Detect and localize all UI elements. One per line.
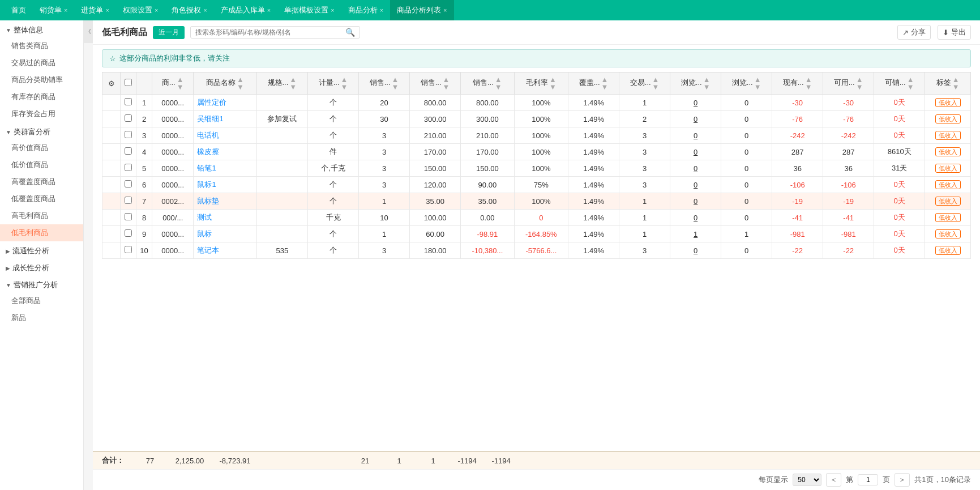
- row-checkbox-1[interactable]: [125, 114, 132, 122]
- th-unit[interactable]: 计量...▲▼: [308, 73, 359, 95]
- th-views1[interactable]: 浏览...▲▼: [670, 73, 721, 95]
- cell-checkbox[interactable]: [121, 242, 136, 259]
- sidebar-group-cluster[interactable]: ▼ 类群富分析: [0, 122, 83, 139]
- cell-views1[interactable]: 0: [670, 111, 721, 127]
- nav-product-analysis-list[interactable]: 商品分析列表 ×: [390, 0, 453, 20]
- th-checkbox[interactable]: [121, 73, 136, 95]
- per-page-select[interactable]: 50 100 200: [793, 474, 821, 486]
- nav-warehouse[interactable]: 产成品入库单 ×: [214, 0, 277, 20]
- cell-name[interactable]: 属性定价: [194, 95, 256, 111]
- sidebar-item-traded-products[interactable]: 交易过的商品: [0, 54, 83, 71]
- sidebar-group-marketing[interactable]: ▼ 营销推广分析: [0, 275, 83, 292]
- cell-checkbox[interactable]: [121, 177, 136, 193]
- cell-views1[interactable]: 0: [670, 177, 721, 193]
- row-checkbox-7[interactable]: [125, 213, 132, 220]
- nav-roles[interactable]: 角色授权 ×: [165, 0, 213, 20]
- cell-checkbox[interactable]: [121, 127, 136, 144]
- cell-checkbox[interactable]: [121, 226, 136, 242]
- cell-views1[interactable]: 0: [670, 144, 721, 160]
- sidebar-item-category-rate[interactable]: 商品分类助销率: [0, 71, 83, 88]
- row-checkbox-2[interactable]: [125, 131, 132, 138]
- sidebar-item-high-margin[interactable]: 高毛利商品: [0, 207, 83, 224]
- cell-views1[interactable]: 0: [670, 127, 721, 144]
- nav-sales[interactable]: 销货单 ×: [33, 0, 74, 20]
- cell-checkbox[interactable]: [121, 193, 136, 210]
- sidebar-item-new-products[interactable]: 新品: [0, 309, 83, 326]
- th-spec[interactable]: 规格...▲▼: [256, 73, 307, 95]
- sidebar-collapse-button[interactable]: 《: [84, 20, 93, 43]
- select-all-checkbox[interactable]: [125, 79, 132, 86]
- cell-checkbox[interactable]: [121, 111, 136, 127]
- nav-roles-close[interactable]: ×: [203, 7, 207, 14]
- th-settings[interactable]: ⚙: [102, 73, 121, 95]
- sidebar-item-all-products[interactable]: 全部商品: [0, 292, 83, 309]
- cell-name[interactable]: 测试: [194, 210, 256, 226]
- th-views2[interactable]: 浏览...▲▼: [721, 73, 772, 95]
- th-sales-qty[interactable]: 销售...▲▼: [359, 73, 410, 95]
- nav-template-close[interactable]: ×: [331, 7, 334, 14]
- th-current-stock[interactable]: 现有...▲▼: [772, 73, 823, 95]
- nav-purchase[interactable]: 进货单 ×: [74, 0, 115, 20]
- cell-name[interactable]: 鼠标: [194, 226, 256, 242]
- cell-views1[interactable]: 0: [670, 193, 721, 210]
- cell-checkbox[interactable]: [121, 160, 136, 177]
- nav-warehouse-close[interactable]: ×: [267, 7, 271, 14]
- row-checkbox-3[interactable]: [125, 147, 132, 155]
- row-checkbox-0[interactable]: [125, 98, 132, 105]
- row-checkbox-4[interactable]: [125, 164, 132, 171]
- row-checkbox-5[interactable]: [125, 180, 132, 188]
- cell-checkbox[interactable]: [121, 95, 136, 111]
- sidebar-group-overview[interactable]: ▼ 整体信息: [0, 20, 83, 37]
- page-number-input[interactable]: [858, 474, 878, 485]
- cell-views1[interactable]: 1: [670, 226, 721, 242]
- row-checkbox-8[interactable]: [125, 229, 132, 237]
- row-checkbox-6[interactable]: [125, 197, 132, 204]
- sidebar-item-high-value[interactable]: 高价值商品: [0, 139, 83, 156]
- cell-name[interactable]: 鼠标垫: [194, 193, 256, 210]
- nav-product-analysis-list-close[interactable]: ×: [443, 7, 447, 14]
- sidebar-group-growth[interactable]: ▶ 成长性分析: [0, 258, 83, 275]
- share-button[interactable]: ↗ 分享: [897, 25, 931, 40]
- nav-permissions-close[interactable]: ×: [155, 7, 158, 14]
- cell-views1[interactable]: 0: [670, 210, 721, 226]
- time-filter-button[interactable]: 近一月: [153, 26, 185, 39]
- th-code[interactable]: 商...▲▼: [152, 73, 194, 95]
- th-gross-margin[interactable]: 毛利率▲▼: [514, 73, 568, 95]
- th-transactions[interactable]: 交易...▲▼: [619, 73, 670, 95]
- cell-name[interactable]: 吴细细1: [194, 111, 256, 127]
- sidebar-item-high-coverage[interactable]: 高覆盖度商品: [0, 173, 83, 190]
- cell-checkbox[interactable]: [121, 210, 136, 226]
- cell-name[interactable]: 电话机: [194, 127, 256, 144]
- sidebar-item-stocked-products[interactable]: 有库存的商品: [0, 88, 83, 105]
- sidebar-group-flow[interactable]: ▶ 流通性分析: [0, 241, 83, 258]
- cell-checkbox[interactable]: [121, 144, 136, 160]
- cell-views1[interactable]: 0: [670, 95, 721, 111]
- sidebar-item-low-coverage[interactable]: 低覆盖度商品: [0, 190, 83, 207]
- cell-name[interactable]: 鼠标1: [194, 177, 256, 193]
- cell-name[interactable]: 笔记本: [194, 242, 256, 259]
- nav-product-analysis[interactable]: 商品分析 ×: [341, 0, 390, 20]
- th-sales-amount[interactable]: 销售...▲▼: [410, 73, 461, 95]
- cell-views1[interactable]: 0: [670, 242, 721, 259]
- th-available-stock[interactable]: 可用...▲▼: [823, 73, 874, 95]
- th-tag[interactable]: 标签▲▼: [925, 73, 971, 95]
- sidebar-item-low-margin[interactable]: 低毛利商品: [0, 224, 83, 241]
- cell-views1[interactable]: 0: [670, 160, 721, 177]
- cell-name[interactable]: 橡皮擦: [194, 144, 256, 160]
- th-sellable-days[interactable]: 可销...▲▼: [874, 73, 925, 95]
- nav-purchase-close[interactable]: ×: [105, 7, 109, 14]
- th-name[interactable]: 商品名称▲▼: [194, 73, 256, 95]
- row-checkbox-9[interactable]: [125, 246, 132, 253]
- nav-product-analysis-close[interactable]: ×: [380, 7, 383, 14]
- search-icon[interactable]: 🔍: [345, 28, 355, 37]
- cell-name[interactable]: 铅笔1: [194, 160, 256, 177]
- nav-permissions[interactable]: 权限设置 ×: [116, 0, 165, 20]
- search-input[interactable]: [195, 28, 345, 36]
- sidebar-item-sales-products[interactable]: 销售类商品: [0, 37, 83, 54]
- export-button[interactable]: ⬇ 导出: [938, 25, 971, 40]
- sidebar-item-low-value[interactable]: 低价值商品: [0, 156, 83, 173]
- th-coverage[interactable]: 覆盖...▲▼: [568, 73, 619, 95]
- sidebar-item-inventory-capital[interactable]: 库存资金占用: [0, 105, 83, 122]
- prev-page-button[interactable]: ＜: [826, 473, 841, 487]
- th-sales-profit[interactable]: 销售...▲▼: [461, 73, 515, 95]
